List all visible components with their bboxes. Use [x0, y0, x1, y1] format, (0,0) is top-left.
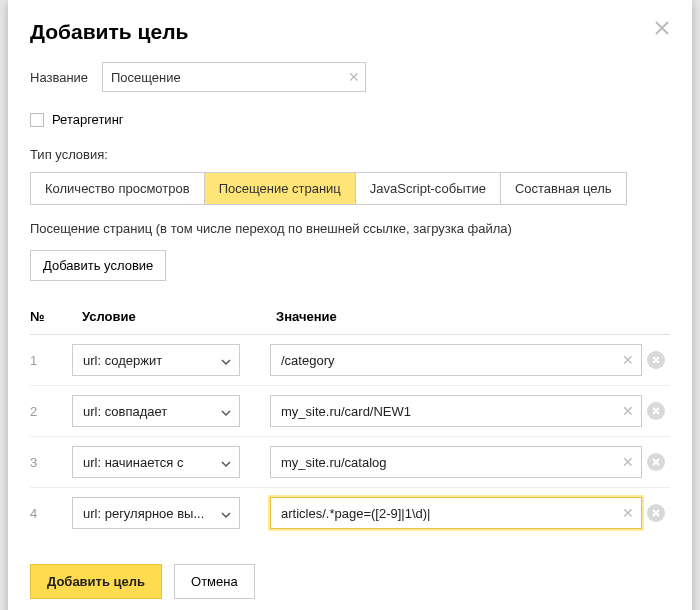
name-label: Название	[30, 70, 102, 85]
submit-button[interactable]: Добавить цель	[30, 564, 162, 599]
condition-type-select[interactable]: url: совпадает	[72, 395, 240, 427]
dialog-footer: Добавить цель Отмена	[30, 564, 670, 599]
dialog-title: Добавить цель	[30, 20, 670, 44]
retargeting-label: Ретаргетинг	[52, 112, 124, 127]
condition-description: Посещение страниц (в том числе переход п…	[30, 221, 670, 236]
value-input-wrap: ✕	[270, 446, 642, 478]
chevron-down-icon	[221, 457, 231, 467]
tab-js-event[interactable]: JavaScript-событие	[356, 173, 501, 204]
name-row: Название ✕	[30, 62, 670, 92]
retargeting-checkbox[interactable]	[30, 113, 44, 127]
chevron-down-icon	[221, 406, 231, 416]
col-header-value: Значение	[270, 309, 642, 335]
col-header-num: №	[30, 309, 72, 335]
value-input-wrap: ✕	[270, 395, 642, 427]
delete-row-icon[interactable]	[647, 402, 665, 420]
clear-value-icon[interactable]: ✕	[622, 404, 634, 418]
condition-type-value: url: содержит	[83, 353, 162, 368]
value-input[interactable]	[270, 446, 642, 478]
condition-type-tabs: Количество просмотров Посещение страниц …	[30, 172, 627, 205]
clear-value-icon[interactable]: ✕	[622, 353, 634, 367]
add-condition-button[interactable]: Добавить условие	[30, 250, 166, 281]
row-number: 1	[30, 335, 72, 386]
col-header-condition: Условие	[72, 309, 270, 335]
conditions-table: № Условие Значение 1url: содержит✕2url: …	[30, 309, 670, 538]
clear-name-icon[interactable]: ✕	[348, 70, 360, 84]
name-input-wrap: ✕	[102, 62, 366, 92]
chevron-down-icon	[221, 508, 231, 518]
value-input[interactable]	[270, 395, 642, 427]
row-number: 4	[30, 488, 72, 539]
table-row: 4url: регулярное вы...✕	[30, 488, 670, 539]
delete-row-icon[interactable]	[647, 504, 665, 522]
condition-type-select[interactable]: url: содержит	[72, 344, 240, 376]
condition-type-select[interactable]: url: регулярное вы...	[72, 497, 240, 529]
condition-type-value: url: совпадает	[83, 404, 167, 419]
clear-value-icon[interactable]: ✕	[622, 506, 634, 520]
chevron-down-icon	[221, 355, 231, 365]
value-input-wrap: ✕	[270, 344, 642, 376]
delete-row-icon[interactable]	[647, 453, 665, 471]
condition-type-select[interactable]: url: начинается с	[72, 446, 240, 478]
table-row: 2url: совпадает✕	[30, 386, 670, 437]
delete-row-icon[interactable]	[647, 351, 665, 369]
add-goal-dialog: Добавить цель Название ✕ Ретаргетинг Тип…	[8, 0, 692, 610]
clear-value-icon[interactable]: ✕	[622, 455, 634, 469]
name-input[interactable]	[102, 62, 366, 92]
cancel-button[interactable]: Отмена	[174, 564, 255, 599]
tab-views[interactable]: Количество просмотров	[31, 173, 205, 204]
table-row: 1url: содержит✕	[30, 335, 670, 386]
tab-composite[interactable]: Составная цель	[501, 173, 626, 204]
condition-type-value: url: регулярное вы...	[83, 506, 204, 521]
table-row: 3url: начинается с✕	[30, 437, 670, 488]
value-input[interactable]	[270, 497, 642, 529]
value-input-wrap: ✕	[270, 497, 642, 529]
close-icon[interactable]	[652, 18, 672, 38]
tab-pages[interactable]: Посещение страниц	[205, 173, 356, 204]
condition-type-label: Тип условия:	[30, 147, 670, 162]
value-input[interactable]	[270, 344, 642, 376]
condition-type-value: url: начинается с	[83, 455, 184, 470]
row-number: 3	[30, 437, 72, 488]
row-number: 2	[30, 386, 72, 437]
retargeting-row: Ретаргетинг	[30, 112, 670, 127]
